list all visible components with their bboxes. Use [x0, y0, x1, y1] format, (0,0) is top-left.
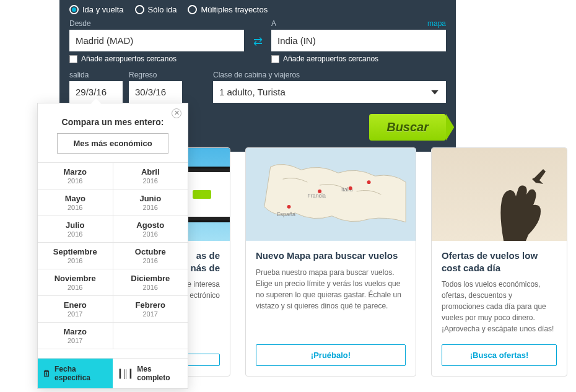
month-cell[interactable]: Agosto2016: [113, 216, 188, 242]
card-cta-button[interactable]: ¡Pruébalo!: [256, 344, 406, 366]
month-cell[interactable]: Mayo2016: [38, 189, 113, 216]
to-nearby-label: Añade aeropuertos cercanos: [283, 54, 378, 63]
calendar-icon: 🗓: [43, 369, 51, 378]
from-label: Desde: [69, 19, 244, 28]
promo-card-3: Ofertas de vuelos low cost cada día Todo…: [431, 147, 567, 377]
card-text: Prueba nuestro mapa para buscar vuelos. …: [256, 267, 406, 335]
return-input[interactable]: [129, 81, 182, 103]
card-cta-button[interactable]: ¡Busca ofertas!: [442, 344, 557, 366]
from-input[interactable]: [69, 30, 244, 51]
tab-specific-date[interactable]: 🗓Fecha específica: [38, 359, 113, 388]
svg-text:España: España: [277, 211, 295, 217]
swap-icon[interactable]: ⇄: [250, 33, 265, 51]
from-nearby-label: Añade aeropuertos cercanos: [81, 54, 177, 63]
depart-label: salida: [69, 71, 123, 79]
radio-oneway[interactable]: Sólo ida: [135, 5, 177, 14]
cabin-select[interactable]: [213, 81, 446, 103]
card-text: Todos los vuelos económicos, ofertas, de…: [442, 279, 557, 334]
svg-point-4: [287, 205, 291, 209]
search-button[interactable]: Buscar: [369, 114, 446, 141]
close-icon[interactable]: ✕: [172, 108, 181, 118]
promo-card-2: España Francia Italia Nuevo Mapa para bu…: [245, 147, 416, 377]
calendar-title: Compara un mes entero:: [38, 117, 188, 127]
hand-plane-icon: [468, 160, 554, 241]
svg-point-5: [318, 189, 321, 193]
month-cell[interactable]: Marzo2016: [38, 163, 113, 189]
month-cell[interactable]: Junio2016: [113, 189, 188, 216]
month-cell[interactable]: Enero2017: [38, 296, 113, 322]
month-cell[interactable]: Octubre2016: [113, 243, 188, 269]
svg-point-6: [349, 186, 352, 190]
month-cell[interactable]: Diciembre2016: [113, 269, 188, 295]
to-label: Amapa: [271, 19, 446, 28]
card-image-hand-plane: [432, 148, 567, 241]
radio-multi[interactable]: Múltiples trayectos: [188, 5, 268, 14]
svg-text:Francia: Francia: [307, 193, 326, 199]
month-grid: Marzo2016Abril2016Mayo2016Junio2016Julio…: [38, 162, 188, 349]
month-cell: [113, 323, 188, 349]
map-link[interactable]: mapa: [427, 19, 446, 28]
month-cell[interactable]: Marzo2017: [38, 323, 113, 349]
card-image-map: España Francia Italia: [246, 148, 416, 241]
month-cell[interactable]: Noviembre2016: [38, 269, 113, 295]
cheapest-month-button[interactable]: Mes más económico: [57, 133, 168, 154]
tab-whole-month[interactable]: ┃║┃Mes completo: [113, 359, 188, 388]
to-nearby-checkbox[interactable]: [271, 55, 279, 63]
trip-type-radios: Ida y vuelta Sólo ida Múltiples trayecto…: [69, 5, 446, 14]
month-cell[interactable]: Septiembre2016: [38, 243, 113, 269]
radio-roundtrip[interactable]: Ida y vuelta: [69, 5, 124, 14]
europe-map-icon: España Francia Italia: [246, 148, 416, 241]
card-title: Ofertas de vuelos low cost cada día: [442, 250, 557, 274]
month-picker-popup: ✕ Compara un mes entero: Mes más económi…: [37, 103, 188, 389]
cabin-label: Clase de cabina y viajeros: [213, 71, 446, 79]
month-cell[interactable]: Abril2016: [113, 163, 188, 189]
card-title: Nuevo Mapa para buscar vuelos: [256, 250, 406, 262]
svg-point-7: [367, 180, 371, 184]
to-input[interactable]: [271, 30, 446, 51]
month-cell[interactable]: Febrero2017: [113, 296, 188, 322]
bars-icon: ┃║┃: [118, 369, 133, 378]
from-nearby-checkbox[interactable]: [69, 55, 77, 63]
return-label: Regreso: [129, 71, 182, 79]
month-cell[interactable]: Julio2016: [38, 216, 113, 242]
